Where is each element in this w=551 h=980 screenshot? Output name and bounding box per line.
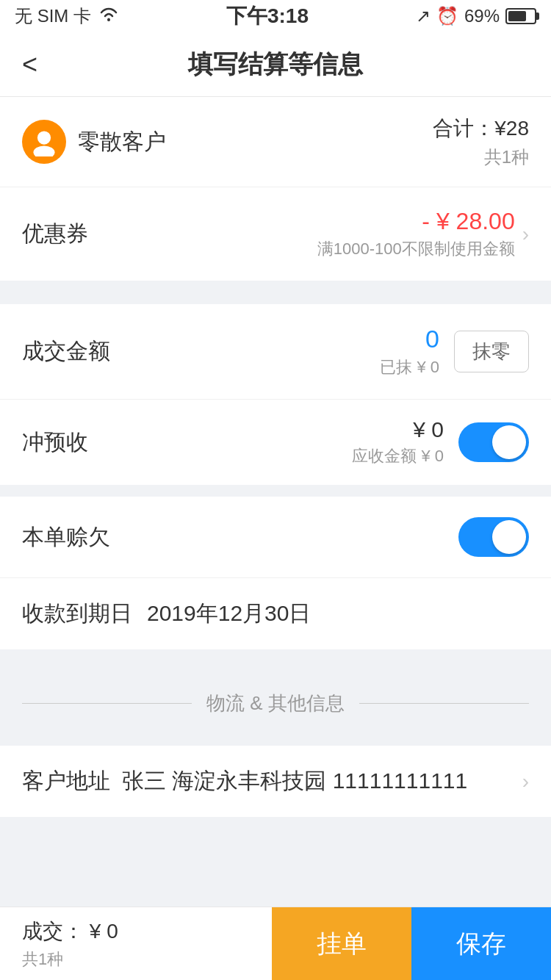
prepay-row: 冲预收 ¥ 0 应收金额 ¥ 0 (0, 399, 551, 485)
deal-amount-right: 0 已抹 ¥ 0 抹零 (380, 325, 529, 378)
save-button[interactable]: 保存 (411, 907, 551, 980)
bottom-bar: 成交： ¥ 0 共1种 挂单 保存 (0, 907, 551, 980)
toggle-knob (492, 425, 526, 459)
divider-3 (0, 661, 551, 673)
coupon-info: - ¥ 28.00 满1000-100不限制使用金额 (317, 208, 515, 260)
coupon-row[interactable]: 优惠券 - ¥ 28.00 满1000-100不限制使用金额 › (0, 187, 551, 281)
alarm-icon: ⏰ (436, 6, 458, 26)
carrier-label: 无 SIM 卡 (15, 4, 91, 28)
page-title: 填写结算等信息 (188, 48, 363, 82)
customer-info: 零散客户 (22, 120, 166, 164)
prepay-sub: 应收金额 ¥ 0 (352, 445, 444, 467)
status-time: 下午3:18 (226, 2, 309, 30)
bottom-summary: 成交： ¥ 0 共1种 (0, 907, 272, 980)
address-row[interactable]: 客户地址 张三 海淀永丰科技园 11111111111 › (0, 746, 551, 817)
customer-row: 零散客户 合计：¥28 共1种 (0, 97, 551, 187)
logistics-header: 物流 & 其他信息 (0, 673, 551, 734)
prepay-info: ¥ 0 应收金额 ¥ 0 (352, 417, 444, 467)
deal-amount-sub: 已抹 ¥ 0 (380, 356, 439, 378)
coupon-right: - ¥ 28.00 满1000-100不限制使用金额 › (317, 208, 529, 260)
address-section: 客户地址 张三 海淀永丰科技园 11111111111 › (0, 746, 551, 817)
customer-name: 零散客户 (78, 127, 166, 157)
bottom-deal-prefix: 成交： (22, 920, 84, 943)
status-right: ↗ ⏰ 69% (416, 6, 536, 26)
prepay-toggle[interactable] (458, 422, 529, 462)
svg-point-1 (37, 131, 51, 144)
deal-amount-row: 成交金额 0 已抹 ¥ 0 抹零 (0, 304, 551, 399)
nav-bar: < 填写结算等信息 (0, 32, 551, 97)
deal-amount-label: 成交金额 (22, 336, 110, 367)
user-avatar-icon (29, 127, 59, 156)
battery-icon (505, 8, 536, 24)
address-label: 客户地址 (22, 766, 110, 796)
address-value: 张三 海淀永丰科技园 11111111111 (122, 766, 511, 796)
deal-amount-value: 0 (380, 325, 439, 353)
logistics-section: 物流 & 其他信息 (0, 673, 551, 734)
credit-label: 本单赊欠 (22, 522, 110, 552)
bottom-deal-label: 成交： ¥ 0 (22, 918, 250, 945)
bottom-count: 共1种 (22, 948, 250, 970)
credit-toggle[interactable] (458, 517, 529, 557)
svg-point-2 (33, 145, 54, 156)
divider-2 (0, 485, 551, 497)
prepay-label: 冲预收 (22, 428, 88, 458)
credit-toggle-knob (492, 520, 526, 554)
coupon-discount: - ¥ 28.00 (317, 208, 515, 235)
prepay-right: ¥ 0 应收金额 ¥ 0 (352, 417, 529, 467)
customer-total-info: 合计：¥28 共1种 (433, 115, 529, 169)
status-bar: 无 SIM 卡 下午3:18 ↗ ⏰ 69% (0, 0, 551, 32)
credit-row: 本单赊欠 (0, 497, 551, 577)
chevron-right-icon: › (522, 223, 529, 246)
svg-point-0 (107, 18, 110, 21)
hang-button[interactable]: 挂单 (272, 907, 411, 980)
back-button[interactable]: < (22, 49, 37, 80)
logistics-line-left (22, 703, 192, 704)
avatar (22, 120, 66, 164)
logistics-title: 物流 & 其他信息 (192, 691, 359, 716)
status-left: 无 SIM 卡 (15, 4, 119, 28)
deal-section: 成交金额 0 已抹 ¥ 0 抹零 冲预收 ¥ 0 应收金额 ¥ 0 (0, 304, 551, 485)
round-zero-button[interactable]: 抹零 (454, 331, 529, 372)
customer-count: 共1种 (433, 145, 529, 169)
customer-section: 零散客户 合计：¥28 共1种 优惠券 - ¥ 28.00 满1000-100不… (0, 97, 551, 281)
coupon-desc: 满1000-100不限制使用金额 (317, 238, 515, 260)
due-date-value: 2019年12月30日 (147, 599, 311, 629)
customer-total: 合计：¥28 (433, 115, 529, 143)
prepay-amount: ¥ 0 (352, 417, 444, 442)
deal-amount-info: 0 已抹 ¥ 0 (380, 325, 439, 378)
coupon-label: 优惠券 (22, 219, 88, 249)
wifi-icon (98, 6, 119, 26)
logistics-line-right (359, 703, 529, 704)
bottom-deal-value: ¥ 0 (90, 920, 118, 943)
due-date-label: 收款到期日 (22, 599, 132, 629)
divider-1 (0, 292, 551, 304)
location-icon: ↗ (416, 6, 431, 26)
battery-percent: 69% (464, 6, 500, 26)
credit-section: 本单赊欠 收款到期日 2019年12月30日 (0, 497, 551, 649)
address-chevron-icon: › (522, 770, 529, 793)
due-date-row: 收款到期日 2019年12月30日 (0, 577, 551, 649)
